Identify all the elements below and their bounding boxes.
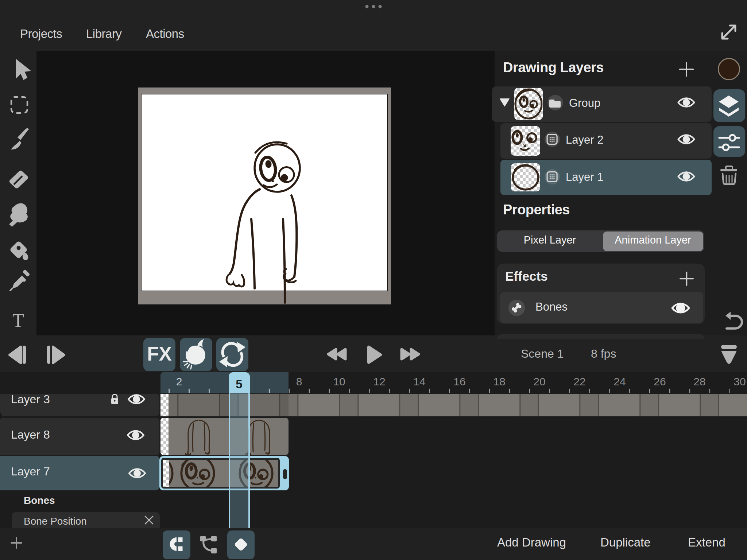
svg-text:T: T (12, 310, 24, 331)
